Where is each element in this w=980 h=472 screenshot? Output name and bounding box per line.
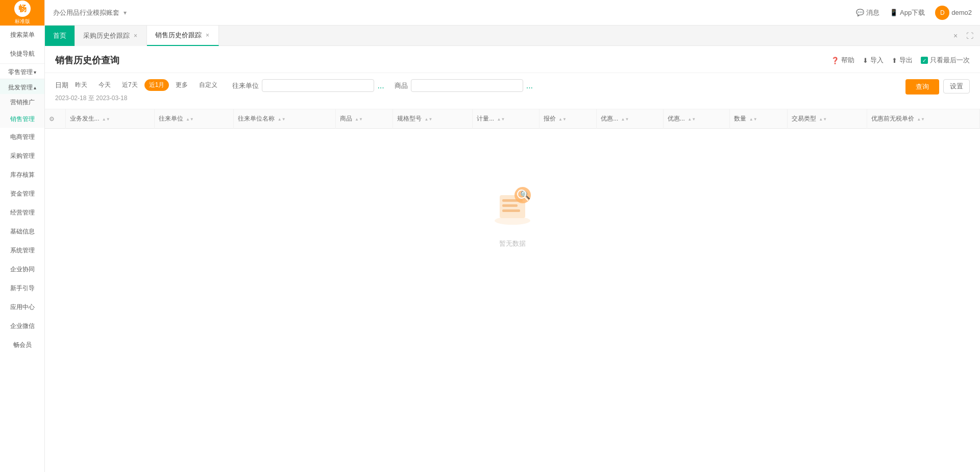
sidebar-item-purchase[interactable]: 采购管理	[0, 147, 44, 166]
sidebar-item-marketing[interactable]: 营销推广	[0, 94, 44, 111]
wholesale-arrow: ▴	[34, 85, 36, 90]
col-product[interactable]: 商品 ▲▼	[335, 109, 393, 129]
date-btn-1month[interactable]: 近1月	[144, 79, 169, 91]
main-area: 办公用品行业模拟账套 ▾ 💬 消息 📱 App下载 D demo2 首页 采购历…	[45, 0, 980, 472]
date-range: 2023-02-18 至 2023-03-18	[55, 94, 222, 103]
date-btn-more[interactable]: 更多	[171, 79, 192, 91]
sidebar-item-wholesale[interactable]: 批发管理 ▴	[0, 79, 44, 94]
topbar-dropdown[interactable]: ▾	[124, 9, 127, 16]
col-partner-name[interactable]: 往来单位名称 ▲▼	[234, 109, 335, 129]
search-actions: 查询 设置	[905, 79, 970, 95]
col-partner-code[interactable]: 往来单位 ▲▼	[154, 109, 234, 129]
col-price[interactable]: 报价 ▲▼	[539, 109, 596, 129]
col-quantity[interactable]: 数量 ▲▼	[730, 109, 787, 129]
partner-dots-button[interactable]: ...	[377, 81, 384, 90]
message-icon: 💬	[856, 9, 864, 16]
sidebar-item-quick-nav[interactable]: 快捷导航	[0, 44, 44, 63]
product-input[interactable]	[411, 79, 523, 92]
import-button[interactable]: ⬇ 导入	[863, 56, 884, 65]
col-gear[interactable]: ⚙	[45, 109, 65, 129]
col-trade-type[interactable]: 交易类型 ▲▼	[787, 109, 867, 129]
sort-icon: ▲▼	[749, 117, 757, 122]
export-icon: ⬆	[892, 57, 897, 64]
svg-rect-3	[502, 204, 518, 207]
col-biz-date[interactable]: 业务发生... ▲▼	[65, 109, 154, 129]
export-button[interactable]: ⬆ 导出	[892, 56, 913, 65]
col-discount2[interactable]: 优惠... ▲▼	[663, 109, 730, 129]
empty-illustration: 🔍	[487, 180, 538, 231]
date-top: 日期 昨天 今天 近7天 近1月 更多 自定义	[55, 79, 222, 91]
product-label: 商品	[395, 81, 408, 90]
date-label: 日期	[55, 81, 68, 90]
checkbox-icon	[921, 57, 928, 64]
page-header: 销售历史价查询 ❓ 帮助 ⬇ 导入 ⬆ 导出 只看最后一次	[45, 46, 980, 73]
date-btn-7days[interactable]: 近7天	[117, 79, 142, 91]
col-unit[interactable]: 计量... ▲▼	[473, 109, 540, 129]
app-download-button[interactable]: 📱 App下载	[890, 8, 925, 17]
sidebar-item-system[interactable]: 系统管理	[0, 241, 44, 260]
sort-icon: ▲▼	[558, 117, 567, 122]
tab-purchase-history[interactable]: 采购历史价跟踪 ×	[75, 26, 147, 46]
sort-icon: ▲▼	[355, 117, 363, 122]
product-dots-button[interactable]: ...	[526, 81, 533, 90]
sort-icon: ▲▼	[917, 117, 925, 122]
empty-state: 🔍 暂无数据	[45, 129, 980, 299]
sidebar: 畅 标准版 搜索菜单 快捷导航 零售管理 ▾ 批发管理 ▴ 营销推广 销售管理 …	[0, 0, 45, 472]
sort-icon: ▲▼	[819, 117, 827, 122]
sort-icon: ▲▼	[186, 117, 194, 122]
table-container: ⚙ 业务发生... ▲▼ 往来单位 ▲▼ 往来单位名称 ▲▼	[45, 109, 980, 472]
product-input-group: 商品 ...	[395, 79, 533, 92]
date-buttons: 昨天 今天 近7天 近1月 更多 自定义	[70, 79, 222, 91]
svg-rect-4	[502, 209, 520, 212]
sidebar-item-basic-info[interactable]: 基础信息	[0, 222, 44, 241]
sidebar-item-search-menu[interactable]: 搜索菜单	[0, 26, 44, 44]
sort-icon: ▲▼	[425, 117, 433, 122]
user-menu[interactable]: D demo2	[935, 6, 972, 20]
tab-sales-close[interactable]: ×	[205, 31, 210, 40]
date-btn-yesterday[interactable]: 昨天	[70, 79, 92, 91]
logo-text: 标准版	[15, 18, 30, 25]
help-button[interactable]: ❓ 帮助	[831, 56, 854, 65]
col-discount1[interactable]: 优惠... ▲▼	[597, 109, 664, 129]
topbar-title: 办公用品行业模拟账套	[53, 8, 119, 17]
tab-purchase-close[interactable]: ×	[133, 31, 138, 40]
sidebar-item-sales-mgmt[interactable]: 销售管理	[0, 111, 44, 128]
topbar-left: 办公用品行业模拟账套 ▾	[53, 8, 127, 17]
date-section: 日期 昨天 今天 近7天 近1月 更多 自定义 2023-02-18 至 202…	[55, 79, 222, 103]
message-button[interactable]: 💬 消息	[856, 8, 879, 17]
gear-icon[interactable]: ⚙	[49, 115, 55, 123]
sidebar-item-membership[interactable]: 畅会员	[0, 336, 44, 355]
sidebar-item-guide[interactable]: 新手引导	[0, 279, 44, 298]
sidebar-item-inventory[interactable]: 库存核算	[0, 166, 44, 184]
partner-input[interactable]	[262, 79, 374, 92]
sort-icon: ▲▼	[688, 117, 696, 122]
sort-icon: ▲▼	[278, 117, 286, 122]
sidebar-item-wechat[interactable]: 企业微信	[0, 317, 44, 336]
tabs-bar: 首页 采购历史价跟踪 × 销售历史价跟踪 × × ⛶	[45, 26, 980, 46]
last-only-toggle[interactable]: 只看最后一次	[921, 56, 970, 65]
sidebar-item-finance[interactable]: 资金管理	[0, 184, 44, 203]
sidebar-item-retail[interactable]: 零售管理 ▾	[0, 63, 44, 79]
content-area: 销售历史价查询 ❓ 帮助 ⬇ 导入 ⬆ 导出 只看最后一次	[45, 46, 980, 472]
date-btn-custom[interactable]: 自定义	[194, 79, 222, 91]
import-icon: ⬇	[863, 57, 868, 64]
sidebar-item-enterprise[interactable]: 企业协同	[0, 260, 44, 279]
tab-sales-history[interactable]: 销售历史价跟踪 ×	[147, 26, 219, 46]
logo[interactable]: 畅 标准版	[0, 0, 44, 26]
date-btn-today[interactable]: 今天	[94, 79, 115, 91]
query-button[interactable]: 查询	[905, 79, 939, 95]
search-bar: 日期 昨天 今天 近7天 近1月 更多 自定义 2023-02-18 至 202…	[45, 73, 980, 109]
avatar: D	[935, 6, 949, 20]
sidebar-item-ecommerce[interactable]: 电商管理	[0, 128, 44, 147]
close-all-button[interactable]: ×	[949, 30, 962, 42]
empty-text: 暂无数据	[499, 239, 526, 248]
topbar: 办公用品行业模拟账套 ▾ 💬 消息 📱 App下载 D demo2	[45, 0, 980, 26]
col-spec[interactable]: 规格型号 ▲▼	[393, 109, 473, 129]
sidebar-item-app-center[interactable]: 应用中心	[0, 298, 44, 317]
col-pretax-price[interactable]: 优惠前无税单价 ▲▼	[867, 109, 979, 129]
sidebar-item-operations[interactable]: 经营管理	[0, 203, 44, 222]
tab-home[interactable]: 首页	[45, 26, 75, 46]
fullscreen-button[interactable]: ⛶	[964, 30, 976, 42]
tab-controls: × ⛶	[945, 30, 980, 42]
settings-button[interactable]: 设置	[943, 79, 970, 93]
